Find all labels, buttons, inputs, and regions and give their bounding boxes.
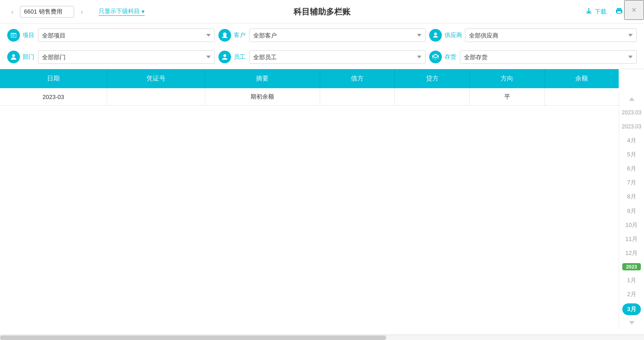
timeline-items-list: 2023.032023.034月5月6月7月8月9月10月11月12月20231… (619, 105, 644, 316)
dept-label: 部门 (23, 53, 35, 61)
table-container[interactable]: 日期 凭证号 摘要 借方 贷方 方向 余额 2023-03 期初余额 平 (0, 69, 619, 335)
close-button[interactable]: × (624, 0, 644, 20)
timeline-item[interactable]: 2月 (619, 288, 644, 302)
horizontal-scrollbar[interactable] (0, 335, 644, 340)
cell-voucher (107, 88, 205, 106)
timeline-item[interactable]: 5月 (619, 147, 644, 161)
timeline-item[interactable]: 7月 (619, 176, 644, 190)
timeline-item[interactable]: 9月 (619, 204, 644, 218)
timeline-item[interactable]: 8月 (619, 190, 644, 204)
cell-date: 2023-03 (0, 88, 107, 106)
employee-label: 员工 (234, 53, 246, 61)
timeline-item[interactable]: 6月 (619, 162, 644, 176)
customer-filter: 客户 全部客户 (218, 25, 426, 45)
customer-select[interactable]: 全部客户 (249, 28, 426, 42)
timeline-item[interactable]: 2023.03 (619, 105, 644, 119)
svg-point-0 (434, 33, 437, 35)
nav-section: ‹ 6601 销售费用 › 只显示下级科目 ▾ (7, 6, 145, 18)
project-filter: 项目 全部项目 (7, 25, 215, 45)
customer-label: 客户 (234, 31, 246, 39)
col-voucher: 凭证号 (107, 69, 205, 88)
chevron-down-icon: ▾ (142, 8, 145, 15)
selected-month-badge: 3月 (622, 303, 640, 315)
project-icon (7, 29, 20, 42)
timeline-up-button[interactable] (619, 93, 644, 105)
col-balance: 余额 (545, 69, 619, 88)
dept-filter: 部门 全部部门 (7, 47, 215, 67)
download-label: 下载 (595, 8, 606, 16)
cell-balance (545, 88, 619, 106)
timeline-item[interactable]: 10月 (619, 218, 644, 232)
cell-debit (320, 88, 395, 106)
timeline-item[interactable]: 4月 (619, 133, 644, 147)
page-title: 科目辅助多栏账 (294, 6, 350, 17)
print-icon (616, 7, 623, 16)
project-select[interactable]: 全部项目 (38, 28, 215, 42)
timeline-item[interactable]: 3月 (619, 302, 644, 316)
nav-prev-button[interactable]: ‹ (7, 7, 17, 17)
supplier-label: 供应商 (445, 31, 462, 39)
dept-select[interactable]: 全部部门 (38, 50, 215, 64)
timeline-item[interactable]: 2023 (619, 260, 644, 274)
inventory-label: 存货 (445, 53, 457, 61)
svg-point-1 (12, 54, 15, 57)
cell-summary: 期初余额 (205, 88, 320, 106)
col-credit: 贷方 (395, 69, 470, 88)
table-header-row: 日期 凭证号 摘要 借方 贷方 方向 余额 (0, 69, 619, 88)
col-direction: 方向 (470, 69, 545, 88)
timeline-item[interactable]: 11月 (619, 232, 644, 246)
col-debit: 借方 (320, 69, 395, 88)
employee-select[interactable]: 全部员工 (249, 50, 426, 64)
inventory-filter: 存货 全部存货 (429, 47, 637, 67)
timeline-item[interactable]: 1月 (619, 274, 644, 288)
filter-section: 项目 全部项目 客户 全部客户 供应商 (0, 24, 644, 69)
dept-icon (7, 51, 20, 63)
account-code-display: 6601 销售费用 (20, 6, 74, 18)
employee-icon (218, 51, 231, 63)
cell-credit (395, 88, 470, 106)
ledger-table: 日期 凭证号 摘要 借方 贷方 方向 余额 2023-03 期初余额 平 (0, 69, 619, 106)
col-summary: 摘要 (205, 69, 320, 88)
show-sub-button[interactable]: 只显示下级科目 ▾ (99, 7, 145, 16)
download-button[interactable]: 下载 (585, 7, 606, 16)
customer-icon (218, 29, 231, 42)
nav-next-button[interactable]: › (77, 7, 87, 17)
table-row[interactable]: 2023-03 期初余额 平 (0, 88, 619, 106)
scrollbar-thumb[interactable] (0, 335, 386, 340)
supplier-select[interactable]: 全部供应商 (465, 28, 637, 42)
inventory-select[interactable]: 全部存货 (460, 50, 637, 64)
timeline-item[interactable]: 12月 (619, 246, 644, 260)
title-bar: ‹ 6601 销售费用 › 只显示下级科目 ▾ 科目辅助多栏账 下载 (0, 0, 644, 24)
download-icon (585, 7, 592, 16)
inventory-icon (429, 51, 442, 63)
cell-direction: 平 (470, 88, 545, 106)
employee-filter: 员工 全部员工 (218, 47, 426, 67)
supplier-filter: 供应商 全部供应商 (429, 25, 637, 45)
project-label: 项目 (23, 31, 35, 39)
timeline-item[interactable]: 2023.03 (619, 119, 644, 133)
year-badge: 2023 (622, 263, 640, 270)
supplier-icon (429, 29, 442, 42)
show-sub-label: 只显示下级科目 (99, 7, 140, 15)
timeline-down-button[interactable] (619, 316, 644, 329)
side-timeline: 2023.032023.034月5月6月7月8月9月10月11月12月20231… (619, 93, 644, 329)
col-date: 日期 (0, 69, 107, 88)
main-window: ‹ 6601 销售费用 › 只显示下级科目 ▾ 科目辅助多栏账 下载 (0, 0, 644, 340)
